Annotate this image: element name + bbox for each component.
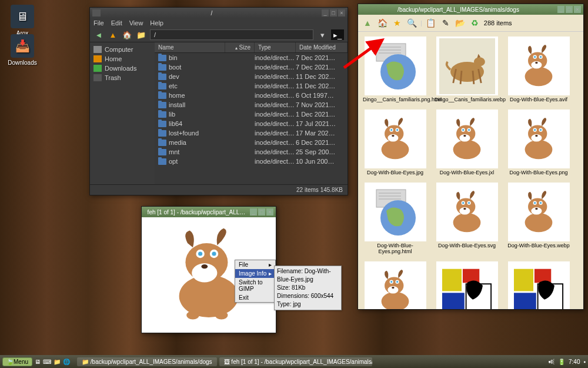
thumbnail[interactable]: Dog-With-Blue-Eyes.jpg: [363, 110, 427, 175]
col-name[interactable]: Name: [155, 42, 225, 52]
thumbnail[interactable]: Dog-With-Blue-Eyes.png.html: [363, 183, 427, 254]
menu-view[interactable]: View: [129, 19, 143, 26]
desktop-icon-downloads[interactable]: 📥 Downloads: [5, 34, 40, 66]
star-icon[interactable]: ★: [391, 17, 403, 29]
svg-rect-71: [462, 268, 479, 283]
close-button[interactable]: ×: [266, 208, 273, 216]
sidebar-item-computer[interactable]: Computer: [92, 45, 152, 54]
clock[interactable]: 7:40: [569, 359, 580, 365]
menu-switch-gimp[interactable]: Switch to GIMP: [235, 278, 275, 293]
tray-icon[interactable]: 🕬: [549, 359, 554, 365]
menu-edit[interactable]: Edit: [111, 19, 122, 26]
sidebar-item-downloads[interactable]: Downloads: [92, 64, 152, 73]
up-icon[interactable]: ▲: [362, 17, 373, 29]
desktop-icon-arox[interactable]: 🖥 Arox: [5, 5, 40, 37]
file-row[interactable]: lost+foundinode/direct…17 Mar 202…: [155, 128, 348, 138]
folder-icon: [158, 140, 166, 146]
zoom-icon[interactable]: 🔍: [406, 17, 417, 29]
sidebar-item-trash[interactable]: Trash: [92, 73, 152, 82]
file-row[interactable]: mntinode/direct…25 Sep 200…: [155, 147, 348, 157]
home-icon[interactable]: 🏠: [376, 17, 388, 29]
svg-point-89: [215, 311, 228, 319]
column-headers: Name ▴ Size Type Date Modified: [155, 42, 348, 53]
svg-point-20: [390, 129, 392, 131]
file-row[interactable]: homeinode/direct…6 Oct 1997…: [155, 91, 348, 100]
back-icon[interactable]: ◄: [93, 29, 104, 40]
show-desktop-icon[interactable]: 🖥: [35, 359, 41, 365]
titlebar[interactable]: / _ □ ×: [90, 8, 348, 18]
col-date[interactable]: Date Modified: [296, 42, 348, 52]
thumbnail[interactable]: Dingo__Canis_familiaris.webp: [435, 37, 499, 102]
open-icon[interactable]: 📂: [455, 17, 466, 29]
edit-icon[interactable]: ✎: [440, 17, 452, 29]
maximize-button[interactable]: □: [258, 208, 265, 216]
thumbnail[interactable]: Dog-With-Blue-Eyes.avif: [506, 37, 571, 102]
file-row[interactable]: bootinode/direct…7 Dec 2021…: [155, 62, 348, 72]
thumbnail[interactable]: Dog-With-Blue-Eyes.png: [506, 110, 571, 175]
file-row[interactable]: lib64inode/direct…17 Jul 2021…: [155, 119, 348, 128]
file-row[interactable]: mediainode/direct…6 Dec 2021…: [155, 138, 348, 147]
tray-icon[interactable]: ▪: [583, 359, 586, 365]
menu-file[interactable]: File▸: [235, 260, 275, 269]
thumbnail-label: Dingo__Canis_familiaris.png.html: [363, 97, 427, 102]
thumbnail[interactable]: Dog-With-Blue-Eyes.svg: [435, 183, 499, 254]
minimize-button[interactable]: _: [250, 208, 257, 216]
tray-icon[interactable]: 🔋: [558, 359, 565, 365]
sidebar-item-home[interactable]: Home: [92, 54, 152, 64]
folder-icon[interactable]: 📁: [136, 29, 146, 40]
thumbnail[interactable]: [506, 261, 571, 309]
minimize-button[interactable]: _: [322, 9, 329, 16]
menu-button[interactable]: 🍃Menu: [2, 357, 32, 366]
svg-point-14: [540, 56, 542, 58]
svg-point-67: [396, 281, 398, 283]
home-icon[interactable]: 🏠: [122, 29, 132, 40]
svg-point-61: [382, 292, 409, 309]
file-list: Name ▴ Size Type Date Modified bininode/…: [155, 42, 348, 184]
dropdown-icon[interactable]: ▾: [317, 29, 328, 40]
thumbnail[interactable]: [435, 261, 499, 309]
col-size[interactable]: ▴ Size: [225, 42, 255, 52]
col-type[interactable]: Type: [255, 42, 296, 52]
thumbnail[interactable]: Dingo__Canis_familiaris.png.html: [363, 37, 427, 102]
file-row[interactable]: etcinode/direct…11 Dec 202…: [155, 81, 348, 91]
menu-file[interactable]: File: [93, 19, 104, 26]
svg-point-57: [534, 202, 536, 204]
up-icon[interactable]: ▲: [108, 29, 118, 40]
menu-image-info[interactable]: Image Info▸: [235, 269, 275, 278]
maximize-button[interactable]: □: [330, 9, 337, 16]
image-canvas[interactable]: File▸ Image Info▸ Switch to GIMP Exit Fi…: [142, 217, 276, 333]
thumbnail[interactable]: [363, 261, 427, 309]
statusbar: 22 items 145.8KB: [90, 184, 348, 195]
terminal-icon[interactable]: ⌨: [43, 359, 51, 365]
maximize-button[interactable]: □: [566, 6, 573, 13]
refresh-icon[interactable]: ♻: [469, 17, 481, 29]
menu-exit[interactable]: Exit: [235, 293, 275, 302]
minimize-button[interactable]: _: [557, 6, 564, 13]
close-button[interactable]: ×: [574, 6, 581, 13]
close-button[interactable]: ×: [338, 9, 345, 16]
file-row[interactable]: bininode/direct…7 Dec 2021…: [155, 53, 348, 62]
app-icon: [92, 9, 101, 16]
thumbnail[interactable]: Dog-With-Blue-Eyes.webp: [506, 183, 571, 254]
browser-icon[interactable]: 🌐: [63, 359, 70, 365]
file-row[interactable]: optinode/direct…10 Jun 200…: [155, 157, 348, 166]
thumbnail-image: [365, 110, 426, 168]
desktop-icon-label: Downloads: [5, 59, 40, 66]
task-item[interactable]: 🖼 feh [1 of 1] - /backup/wpclipart_ALL_I…: [219, 357, 372, 366]
file-row[interactable]: libinode/direct…1 Dec 2021…: [155, 110, 348, 119]
thumbnail-image: [508, 37, 570, 95]
terminal-icon[interactable]: ▸_: [331, 29, 344, 40]
files-icon[interactable]: 📁: [54, 359, 61, 365]
thumbnail[interactable]: Dog-With-Blue-Eyes.jxl: [435, 110, 499, 175]
titlebar[interactable]: /backup/wpclipart_ALL_IMAGES/animals/dog…: [358, 4, 583, 15]
path-input[interactable]: /: [150, 29, 313, 40]
menu-help[interactable]: Help: [150, 19, 163, 26]
file-row[interactable]: installinode/direct…7 Nov 2021…: [155, 100, 348, 110]
svg-point-52: [463, 208, 466, 210]
thumbnail-image: [365, 183, 426, 241]
task-item[interactable]: 📁 /backup/wpclipart_ALL_IMAGES/animals/d…: [77, 357, 217, 366]
thumbnail-label: Dingo__Canis_familiaris.webp: [435, 97, 499, 102]
file-row[interactable]: devinode/direct…11 Dec 202…: [155, 72, 348, 81]
titlebar[interactable]: feh [1 of 1] - /backup/wpclipart_ALL… _ …: [142, 207, 276, 217]
list-icon[interactable]: 📋: [425, 17, 437, 29]
